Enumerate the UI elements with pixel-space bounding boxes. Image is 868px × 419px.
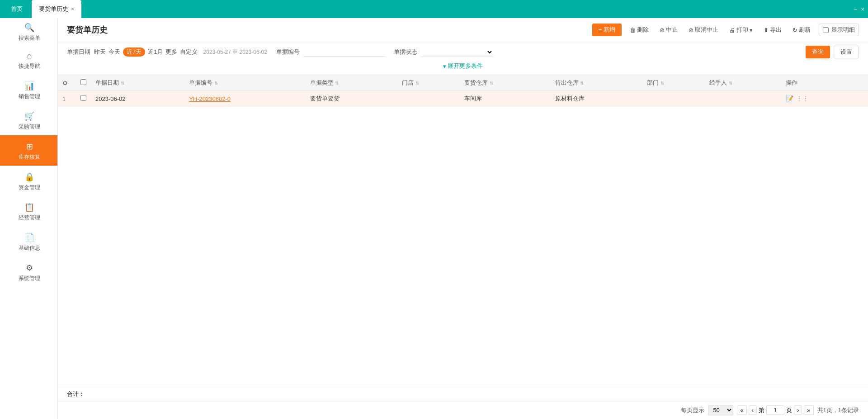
th-doc-date[interactable]: 单据日期 ⇅ [91,75,184,91]
export-button[interactable]: ⬆ 导出 [761,24,784,36]
shortcut-yesterday[interactable]: 昨天 [94,48,106,56]
filter-docno-item: 单据编号 [276,48,385,57]
th-handler[interactable]: 经手人 ⇅ [705,75,781,91]
refresh-label: 刷新 [799,26,811,34]
print-label: 打印 [736,26,748,34]
sidebar-item-quicknav[interactable]: ⌂ 快捷导航 [0,45,57,75]
pagination-bar: 每页显示 20 50 100 « ‹ 第 页 › » 共1页，1条记录 [58,401,868,419]
status-select[interactable] [421,47,493,57]
print-button[interactable]: 🖨 打印 ▾ [726,24,755,36]
expand-label: 展开更多条件 [448,62,483,70]
row-checkbox[interactable] [80,95,86,101]
sidebar-label-system: 系统管理 [19,275,40,282]
first-page-btn[interactable]: « [737,405,746,415]
tab-close-icon[interactable]: × [71,6,74,12]
sidebar-item-purchase[interactable]: 🛒 采购管理 [0,105,57,135]
th-req-warehouse[interactable]: 要货仓库 ⇅ [460,75,550,91]
th-pending-warehouse[interactable]: 待出仓库 ⇅ [551,75,643,91]
select-all-checkbox[interactable] [80,79,86,85]
sort-icon-handler: ⇅ [729,81,732,86]
expand-button[interactable]: ▾ 展开更多条件 [443,62,483,70]
th-settings[interactable]: ⚙ [58,75,76,91]
sidebar-search[interactable]: 🔍 搜索菜单 [0,18,57,45]
more-icon[interactable]: ⋮⋮ [796,95,809,102]
tab-active[interactable]: 要货单历史 × [32,0,81,18]
window-close-icon[interactable]: × [861,6,864,13]
purchase-icon: 🛒 [24,111,34,121]
expand-row: ▾ 展开更多条件 [67,62,859,70]
table-body: 1 2023-06-02 YH-20230602-0 要货单要货 车间库 [58,91,868,107]
shortcut-1month[interactable]: 近1月 [148,48,163,56]
home-icon: ⌂ [27,51,32,61]
sidebar-label-finance: 资金管理 [19,184,40,191]
shortcut-7days[interactable]: 近7天 [123,48,145,57]
basicinfo-icon: 📄 [24,233,34,243]
sort-icon-req: ⇅ [490,81,493,86]
th-department[interactable]: 部门 ⇅ [642,75,705,91]
print-icon: 🖨 [729,27,735,33]
table-scroll: ⚙ 单据日期 ⇅ 单据编号 ⇅ [58,75,868,387]
settings-button[interactable]: 设置 [834,46,859,58]
page-word: 页 [786,406,792,414]
stop-button[interactable]: ⊘ 中止 [657,24,680,36]
shortcut-today[interactable]: 今天 [108,48,120,56]
sort-icon-pending: ⇅ [580,81,584,86]
sidebar-item-basicinfo[interactable]: 📄 基础信息 [0,226,57,257]
edit-icon[interactable]: 📝 [786,95,793,102]
sidebar-item-finance[interactable]: 🔒 资金管理 [0,166,57,196]
table-area: ⚙ 单据日期 ⇅ 单据编号 ⇅ [58,75,868,419]
th-doc-no[interactable]: 单据编号 ⇅ [184,75,306,91]
filter-main-row: 单据日期 昨天 今天 近7天 近1月 更多 自定义 2023-05-27 至 2… [67,46,859,58]
query-button[interactable]: 查询 [806,46,830,58]
th-doc-type[interactable]: 单据类型 ⇅ [306,75,398,91]
page-size-select[interactable]: 20 50 100 [708,405,733,415]
docno-input[interactable] [303,48,385,57]
expand-icon: ▾ [443,63,446,70]
display-detail-checkbox[interactable] [823,27,829,33]
shortcut-more[interactable]: 更多 [165,48,177,56]
sidebar-label-quicknav: 快捷导航 [19,62,40,70]
stop-icon: ⊘ [660,27,665,33]
cancel-stop-button[interactable]: ⊘ 取消中止 [686,24,721,36]
date-shortcuts: 昨天 今天 近7天 近1月 更多 自定义 [94,48,198,57]
data-table: ⚙ 单据日期 ⇅ 单据编号 ⇅ [58,75,868,107]
shortcut-custom[interactable]: 自定义 [180,48,198,56]
sort-icon-no: ⇅ [214,81,218,86]
stop-label: 中止 [666,26,678,34]
new-button[interactable]: + 新增 [592,24,622,36]
next-page-btn[interactable]: › [794,405,802,415]
content-area: 要货单历史 + 新增 🗑 删除 ⊘ 中止 ⊘ 取消中止 [58,18,868,419]
tab-home[interactable]: 首页 [4,0,30,18]
refresh-button[interactable]: ↻ 刷新 [790,24,813,36]
last-page-btn[interactable]: » [804,405,813,415]
table-header: ⚙ 单据日期 ⇅ 单据编号 ⇅ [58,75,868,91]
sidebar-item-sales[interactable]: 📊 销售管理 [0,75,57,105]
th-store[interactable]: 门店 ⇅ [397,75,460,91]
sidebar-label-inventory: 库存核算 [19,153,40,161]
page-input[interactable] [766,405,784,415]
row-checkbox-cell [76,91,91,107]
filter-status-item: 单据状态 [394,47,493,57]
toolbar: + 新增 🗑 删除 ⊘ 中止 ⊘ 取消中止 🖨 打 [592,24,859,36]
export-label: 导出 [770,26,782,34]
sidebar: 🔍 搜索菜单 ⌂ 快捷导航 📊 销售管理 🛒 采购管理 ⊞ 库存核算 🔒 资金管… [0,18,58,419]
sidebar-item-system[interactable]: ⚙ 系统管理 [0,257,57,287]
sidebar-item-operations[interactable]: 📋 经营管理 [0,196,57,226]
row-index: 1 [58,91,76,107]
delete-button[interactable]: 🗑 删除 [627,24,651,36]
sidebar-item-inventory[interactable]: ⊞ 库存核算 [0,135,57,166]
row-doc-date: 2023-06-02 [91,91,184,107]
table-row: 1 2023-06-02 YH-20230602-0 要货单要货 车间库 [58,91,868,107]
th-req-warehouse-label: 要货仓库 [464,79,488,86]
th-doc-no-label: 单据编号 [189,79,212,86]
th-department-label: 部门 [647,79,659,86]
doc-no-link[interactable]: YH-20230602-0 [189,95,231,102]
system-icon: ⚙ [26,263,33,273]
tab-bar: 首页 要货单历史 × [4,0,81,18]
top-bar-right: − × [854,6,864,13]
display-detail-button[interactable]: 显示明细 [819,24,859,36]
prev-page-btn[interactable]: ‹ [749,405,757,415]
sidebar-search-label: 搜索菜单 [19,34,40,42]
filter-date-item: 单据日期 昨天 今天 近7天 近1月 更多 自定义 2023-05-27 至 2… [67,48,267,57]
window-min-icon[interactable]: − [854,6,858,13]
